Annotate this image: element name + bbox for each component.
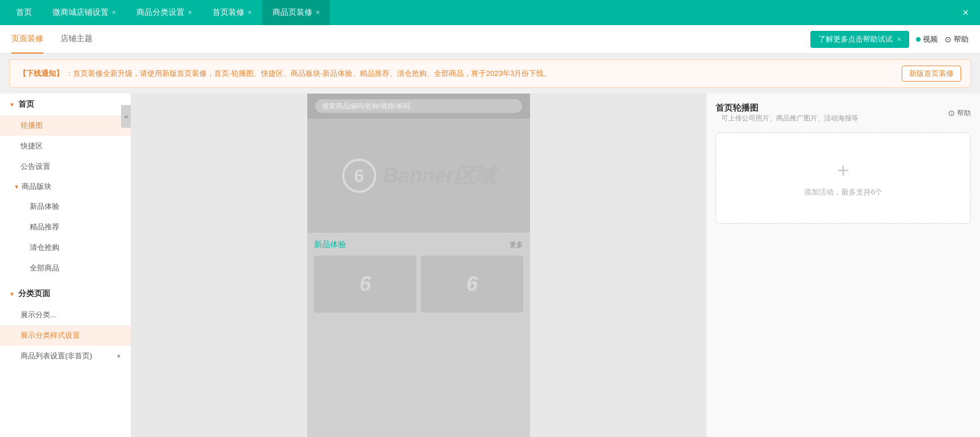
sidebar-item-product-list-settings[interactable]: 商品列表设置(非首页) ▼ — [0, 346, 131, 366]
sidebar-item-new-experience-label: 新品体验 — [30, 202, 59, 211]
tab-bar: 首页 微商城店铺设置 × 商品分类设置 × 首页装修 × 商品页装修 × × — [0, 0, 980, 25]
product-grid: 6 6 — [314, 256, 523, 313]
phone-search-input[interactable] — [315, 99, 522, 113]
sub-tab-bar: 页面装修 店铺主题 了解更多点击帮助试试 × 视频 ⊙ 帮助 — [0, 25, 980, 54]
product-section-header: 新品体验 更多 — [314, 240, 523, 250]
chevron-left-icon: « — [124, 113, 128, 120]
tab-product-category[interactable]: 商品分类设置 × — [126, 0, 202, 25]
right-panel-help-label: 帮助 — [957, 108, 971, 118]
phone-frame: 6 Banner区域 新品体验 更多 6 6 — [307, 94, 530, 437]
sidebar-item-all-products-label: 全部商品 — [30, 264, 59, 272]
preview-area: 6 Banner区域 新品体验 更多 6 6 — [131, 94, 706, 437]
sidebar-item-carousel-label: 轮播图 — [21, 121, 43, 130]
tab-home-label: 首页 — [16, 7, 32, 18]
tab-home-decorate-close[interactable]: × — [248, 9, 252, 17]
notice-prefix: 【下线通知】 — [19, 69, 63, 78]
sidebar-item-show-category[interactable]: 展示分类... — [0, 305, 131, 325]
tab-home[interactable]: 首页 — [6, 0, 42, 25]
help-circle-icon: ⊙ — [945, 35, 951, 44]
tab-product-category-label: 商品分类设置 — [136, 7, 184, 18]
arrow-down-icon: ▼ — [9, 102, 15, 108]
tab-page-decorate[interactable]: 页面装修 — [11, 25, 43, 54]
main-layout: « ▼ 首页 轮播图 快捷区 公告设置 ▼ 商品版块 新品体验 精品推荐 清仓抢… — [0, 94, 980, 437]
tab-product-decorate[interactable]: 商品页装修 × — [262, 0, 330, 25]
sidebar-item-featured[interactable]: 精品推荐 — [0, 217, 131, 237]
sidebar-section-home[interactable]: ▼ 首页 — [0, 94, 131, 115]
banner-logo-icon: 6 — [342, 159, 376, 193]
arrow-down-icon-3: ▼ — [9, 291, 15, 297]
help-link[interactable]: ⊙ 帮助 — [945, 34, 969, 44]
video-label: 视频 — [923, 34, 938, 44]
right-panel: 首页轮播图 可上传公司照片、商品推广图片、活动海报等 ⊙ 帮助 + 添加活动，最… — [706, 94, 980, 437]
upload-area[interactable]: + 添加活动，最多支持6个 — [716, 132, 971, 224]
new-version-button[interactable]: 新版首页装修 — [902, 66, 961, 82]
sidebar-subsection-product-block-label: 商品版块 — [22, 181, 51, 192]
help-banner[interactable]: 了解更多点击帮助试试 × — [810, 31, 909, 48]
upload-plus-icon: + — [837, 159, 849, 183]
notice-body: ：首页装修全新升级，请使用新版首页装修，首页-轮播图、快捷区、商品板块-新品体验… — [66, 69, 552, 78]
sidebar-item-new-experience[interactable]: 新品体验 — [0, 196, 131, 217]
tab-shop-settings[interactable]: 微商城店铺设置 × — [42, 0, 126, 25]
product-section-more: 更多 — [509, 240, 523, 250]
sidebar-item-shortcuts[interactable]: 快捷区 — [0, 136, 131, 156]
product-card-icon-1: 6 — [359, 272, 371, 296]
video-dot-icon — [916, 37, 921, 42]
banner-area: 6 Banner区域 — [307, 119, 530, 233]
sidebar-item-featured-label: 精品推荐 — [30, 222, 59, 231]
banner-text: Banner区域 — [383, 162, 495, 190]
close-all-button[interactable]: × — [957, 7, 974, 19]
banner-logo: 6 Banner区域 — [342, 159, 495, 193]
help-label: 帮助 — [954, 34, 969, 44]
sidebar-item-category-style-label: 展示分类样式设置 — [21, 331, 80, 339]
help-circle-icon-2: ⊙ — [948, 108, 955, 118]
tab-shop-settings-label: 微商城店铺设置 — [53, 7, 109, 18]
right-panel-title: 首页轮播图 — [716, 103, 858, 114]
help-banner-close[interactable]: × — [897, 35, 901, 43]
banner-icon-char: 6 — [354, 165, 364, 187]
tab-home-decorate[interactable]: 首页装修 × — [202, 0, 262, 25]
tab-home-decorate-label: 首页装修 — [212, 7, 244, 18]
sidebar-section-category[interactable]: ▼ 分类页面 — [0, 283, 131, 305]
phone-search-bar — [307, 94, 530, 119]
sidebar-collapse-button[interactable]: « — [121, 105, 131, 128]
tab-product-decorate-label: 商品页装修 — [272, 7, 312, 18]
right-panel-help-button[interactable]: ⊙ 帮助 — [948, 108, 971, 118]
product-section: 新品体验 更多 6 6 — [307, 233, 530, 437]
tab-product-decorate-close[interactable]: × — [316, 9, 320, 17]
help-banner-text: 了解更多点击帮助试试 — [818, 34, 893, 44]
sidebar-item-product-list-label: 商品列表设置(非首页) — [21, 351, 93, 361]
sidebar-item-category-style[interactable]: 展示分类样式设置 — [0, 325, 131, 346]
product-card-2: 6 — [421, 256, 523, 313]
notice-bar: 【下线通知】 ：首页装修全新升级，请使用新版首页装修，首页-轮播图、快捷区、商品… — [9, 59, 971, 88]
sidebar-item-shortcuts-label: 快捷区 — [21, 141, 43, 150]
sidebar-section-category-label: 分类页面 — [18, 289, 50, 299]
arrow-down-icon-2: ▼ — [14, 184, 19, 190]
product-card-icon-2: 6 — [466, 272, 477, 296]
sidebar-item-notice-label: 公告设置 — [21, 162, 50, 171]
sidebar-item-clearance[interactable]: 清仓抢购 — [0, 237, 131, 258]
sidebar-item-show-category-label: 展示分类... — [21, 310, 57, 319]
right-panel-header: 首页轮播图 可上传公司照片、商品推广图片、活动海报等 ⊙ 帮助 — [716, 103, 971, 123]
sidebar-subsection-product-block[interactable]: ▼ 商品版块 — [0, 177, 131, 196]
tab-shop-settings-close[interactable]: × — [112, 9, 116, 17]
sidebar: « ▼ 首页 轮播图 快捷区 公告设置 ▼ 商品版块 新品体验 精品推荐 清仓抢… — [0, 94, 131, 437]
sidebar-item-clearance-label: 清仓抢购 — [30, 243, 59, 252]
tab-product-category-close[interactable]: × — [188, 9, 192, 17]
product-card-1: 6 — [314, 256, 416, 313]
chevron-down-small-icon: ▼ — [116, 353, 122, 359]
product-section-title: 新品体验 — [314, 240, 346, 250]
video-link[interactable]: 视频 — [916, 34, 938, 44]
tab-shop-theme-label: 店铺主题 — [61, 34, 93, 44]
notice-text: 【下线通知】 ：首页装修全新升级，请使用新版首页装修，首页-轮播图、快捷区、商品… — [19, 68, 551, 79]
tab-shop-theme[interactable]: 店铺主题 — [61, 25, 93, 54]
upload-label: 添加活动，最多支持6个 — [804, 187, 882, 197]
sidebar-item-all-products[interactable]: 全部商品 — [0, 258, 131, 278]
sidebar-item-carousel[interactable]: 轮播图 — [0, 115, 131, 136]
sidebar-section-home-label: 首页 — [18, 99, 34, 110]
tab-page-decorate-label: 页面装修 — [11, 34, 43, 44]
sidebar-item-notice[interactable]: 公告设置 — [0, 156, 131, 177]
right-panel-subtitle: 可上传公司照片、商品推广图片、活动海报等 — [721, 114, 858, 122]
